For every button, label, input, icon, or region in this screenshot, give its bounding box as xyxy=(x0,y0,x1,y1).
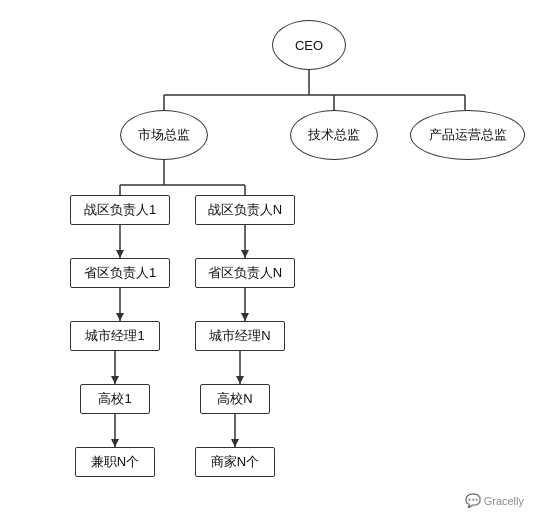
watermark: 💬 Gracelly xyxy=(465,493,524,508)
node-uniN: 高校N xyxy=(200,384,270,414)
node-cityN: 城市经理N xyxy=(195,321,285,351)
node-market: 市场总监 xyxy=(120,110,208,160)
svg-marker-24 xyxy=(231,439,239,447)
node-prov1: 省区负责人1 xyxy=(70,258,170,288)
node-warN: 战区负责人N xyxy=(195,195,295,225)
node-uni1: 高校1 xyxy=(80,384,150,414)
node-provN: 省区负责人N xyxy=(195,258,295,288)
wechat-icon: 💬 xyxy=(465,493,481,508)
svg-marker-14 xyxy=(116,313,124,321)
svg-marker-20 xyxy=(236,376,244,384)
node-product: 产品运营总监 xyxy=(410,110,525,160)
node-war1: 战区负责人1 xyxy=(70,195,170,225)
svg-marker-10 xyxy=(116,250,124,258)
svg-marker-22 xyxy=(111,439,119,447)
svg-marker-16 xyxy=(241,313,249,321)
node-merch: 商家N个 xyxy=(195,447,275,477)
node-part: 兼职N个 xyxy=(75,447,155,477)
node-city1: 城市经理1 xyxy=(70,321,160,351)
svg-marker-18 xyxy=(111,376,119,384)
svg-marker-12 xyxy=(241,250,249,258)
node-ceo: CEO xyxy=(272,20,346,70)
org-chart: CEO 市场总监 技术总监 产品运营总监 战区负责人1 战区负责人N 省区负责人… xyxy=(0,0,540,518)
node-tech: 技术总监 xyxy=(290,110,378,160)
